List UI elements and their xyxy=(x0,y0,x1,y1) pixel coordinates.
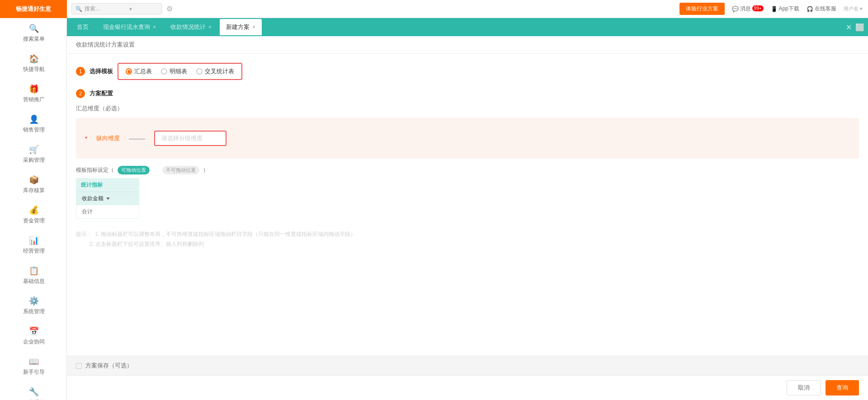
page-content: 收款情况统计方案设置 1 选择模板 汇总表 xyxy=(67,36,868,375)
finance-icon: 💰 xyxy=(29,205,39,215)
sidebar-item-nav[interactable]: 🏠 快捷导航 xyxy=(0,48,66,79)
indicator-row-label: 合计 xyxy=(82,208,93,215)
online-service-button[interactable]: 🎧 在线客服 xyxy=(807,5,836,13)
radio-summary[interactable]: 汇总表 xyxy=(126,67,152,75)
search-menu-icon: 🔍 xyxy=(29,24,39,33)
sidebar-item-operation[interactable]: 📊 经营管理 xyxy=(0,230,66,260)
step2-section: 2 方案配置 汇总维度（必选） * 纵向维度 — xyxy=(76,89,859,249)
toggle-separator xyxy=(153,166,159,174)
sidebar-item-basic[interactable]: 📋 基础信息 xyxy=(0,260,66,291)
sales-icon: 👤 xyxy=(29,114,39,124)
step1-section: 1 选择模板 汇总表 明细表 xyxy=(76,63,859,80)
tab-new-plan-close[interactable]: × xyxy=(252,24,255,30)
sidebar-item-search[interactable]: 🔍 搜索菜单 xyxy=(0,18,66,48)
sidebar-item-marketing[interactable]: 🎁 营销推广 xyxy=(0,79,66,109)
sidebar-item-system[interactable]: ⚙️ 系统管理 xyxy=(0,291,66,321)
sidebar-label-collab: 企业协同 xyxy=(23,338,45,346)
radio-detail-label: 明细表 xyxy=(170,67,187,75)
sidebar-item-purchase[interactable]: 🛒 采购管理 xyxy=(0,139,66,169)
indicator-col-header[interactable]: 收款金额 xyxy=(76,192,139,205)
search-placeholder: 搜索... xyxy=(85,5,100,13)
sidebar-label-basic: 基础信息 xyxy=(23,278,45,285)
dimension-title: 汇总维度（必选） xyxy=(76,104,859,113)
tip2-text: 2. 点击标题栏下拉可设置排序、插入列和删除列 xyxy=(90,240,204,249)
tab-receipt-stats-label: 收款情况统计 xyxy=(170,23,206,31)
template-radio-group: 汇总表 明细表 交叉统计表 xyxy=(126,67,234,75)
radio-cross[interactable]: 交叉统计表 xyxy=(196,67,234,75)
indicator-settings-label: 模板指标设定（ xyxy=(76,166,114,174)
toggle-draggable[interactable]: 可拖动位置 xyxy=(118,166,150,174)
radio-summary-label: 汇总表 xyxy=(134,67,152,75)
tab-cash-flow[interactable]: 现金银行流水查询 × xyxy=(97,19,162,35)
tab-cash-flow-close[interactable]: × xyxy=(153,24,156,30)
sidebar-label-inventory: 库存核算 xyxy=(23,187,45,194)
tab-home[interactable]: 首页 xyxy=(71,19,95,35)
purchase-icon: 🛒 xyxy=(29,145,39,155)
indicator-row-value: 合计 xyxy=(76,205,139,218)
dimension-selector[interactable]: 请选择分组维度 xyxy=(154,131,226,146)
window-controls: ✕ ⬜ xyxy=(846,23,864,32)
radio-cross-label: 交叉统计表 xyxy=(205,67,234,75)
dimension-row: * 纵向维度 —— 请选择分组维度 xyxy=(85,131,226,146)
save-checkbox[interactable] xyxy=(76,363,82,369)
indicator-col-label: 收款金额 xyxy=(82,195,104,202)
dimension-title-text: 汇总维度（必选） xyxy=(76,105,123,112)
sidebar-item-hardware[interactable]: 🔧 智能硬件 xyxy=(0,381,66,400)
indicator-section-title: 统计指标 xyxy=(76,179,139,192)
tab-receipt-stats-close[interactable]: × xyxy=(208,24,212,30)
collab-icon: 📅 xyxy=(29,326,39,336)
tab-new-plan[interactable]: 新建方案 × xyxy=(220,19,262,35)
download-label: App下载 xyxy=(779,5,799,13)
service-label: 在线客服 xyxy=(815,5,836,13)
dimension-arrow: —— xyxy=(129,134,145,143)
indicator-close-paren: ） xyxy=(203,166,208,174)
tip1-line: 提示： 1. 拖动标题栏可以调整布局，不可跨维度或指标区域拖动栏目字段（只能在同… xyxy=(76,230,859,240)
toggle-draggable-on: 可拖动位置 xyxy=(118,166,150,174)
query-button[interactable]: 查询 xyxy=(826,380,859,395)
footer-bar: 取消 查询 xyxy=(67,375,868,400)
sidebar-label-system: 系统管理 xyxy=(23,308,45,315)
radio-cross-circle xyxy=(196,68,203,75)
logo: 畅捷通好生意 xyxy=(0,0,67,18)
sidebar-item-guide[interactable]: 📖 新手引导 xyxy=(0,351,66,381)
toggle-non-draggable-off: 不可拖动位置 xyxy=(162,166,199,174)
step1-num: 1 xyxy=(76,67,85,76)
gear-btn[interactable]: ⚙ xyxy=(166,5,173,13)
message-button[interactable]: 💬 消息 99+ xyxy=(732,5,764,13)
sidebar-label-finance: 资金管理 xyxy=(23,217,45,225)
search-box[interactable]: 🔍 搜索... ▾ xyxy=(71,3,162,14)
maximize-window-button[interactable]: ⬜ xyxy=(855,23,864,32)
sidebar-item-collab[interactable]: 📅 企业协同 xyxy=(0,321,66,351)
toggle-non-draggable[interactable]: 不可拖动位置 xyxy=(162,166,199,174)
tab-bar: 首页 现金银行流水查询 × 收款情况统计 × 新建方案 × ✕ ⬜ xyxy=(67,18,868,36)
tab-receipt-stats[interactable]: 收款情况统计 × xyxy=(164,19,218,35)
radio-detail[interactable]: 明细表 xyxy=(161,67,187,75)
sidebar-label-purchase: 采购管理 xyxy=(23,156,45,164)
sidebar-label-marketing: 营销推广 xyxy=(23,96,45,104)
radio-detail-circle xyxy=(161,68,167,75)
sidebar-item-inventory[interactable]: 📦 库存核算 xyxy=(0,169,66,200)
sidebar-item-sales[interactable]: 👤 销售管理 xyxy=(0,109,66,139)
trial-button[interactable]: 体验行业方案 xyxy=(679,3,725,15)
header-search-area: 🔍 搜索... ▾ ⚙ xyxy=(67,3,679,14)
sidebar-item-finance[interactable]: 💰 资金管理 xyxy=(0,200,66,230)
form-area: 1 选择模板 汇总表 明细表 xyxy=(67,54,868,356)
user-avatar[interactable]: 用户名 ▾ xyxy=(844,5,863,12)
indicator-header: 模板指标设定（ 可拖动位置 不可拖动位置 ） xyxy=(76,166,859,174)
tip1-text: 1. 拖动标题栏可以调整布局，不可跨维度或指标区域拖动栏目字段（只能在同一维度或… xyxy=(95,230,356,240)
save-label: 方案保存（可选） xyxy=(85,362,132,370)
hardware-icon: 🔧 xyxy=(29,387,39,397)
download-icon-glyph: 📱 xyxy=(771,6,778,12)
tab-new-plan-label: 新建方案 xyxy=(226,23,250,31)
required-mark: * xyxy=(85,135,87,142)
system-icon: ⚙️ xyxy=(29,296,39,306)
app-download-button[interactable]: 📱 App下载 xyxy=(771,5,799,13)
dimension-area: * 纵向维度 —— 请选择分组维度 xyxy=(76,118,859,159)
sidebar-label-guide: 新手引导 xyxy=(23,368,45,376)
close-window-button[interactable]: ✕ xyxy=(846,23,852,32)
notification-badge: 99+ xyxy=(752,5,764,11)
dropdown-icon: ▾ xyxy=(129,6,132,12)
dimension-label: 纵向维度 xyxy=(96,134,120,142)
indicator-table-area: 统计指标 收款金额 合计 xyxy=(76,178,859,219)
cancel-button[interactable]: 取消 xyxy=(787,380,821,395)
